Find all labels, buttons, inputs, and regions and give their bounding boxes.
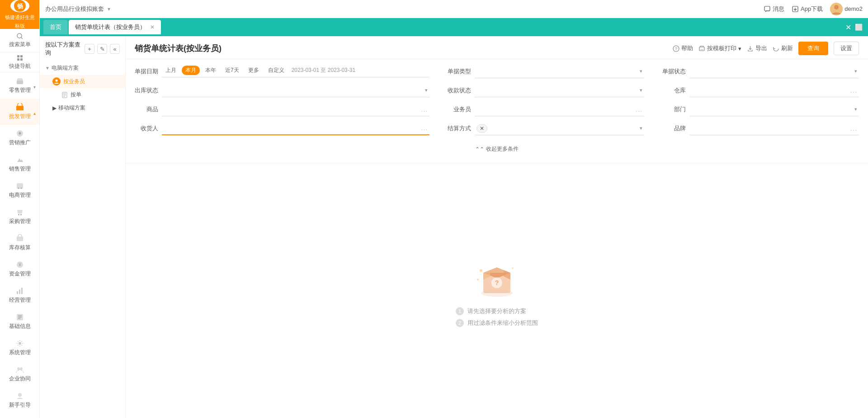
tree-item-by-salesperson-label: 按业务员 — [63, 78, 85, 86]
sidebar-item-purchase[interactable]: 采购管理 — [0, 204, 39, 230]
sidebar-item-inventory[interactable]: 库存核算 — [0, 230, 39, 256]
sidebar-item-basic-label: 基础信息 — [9, 323, 31, 330]
tab-home[interactable]: 首页 — [43, 20, 68, 34]
export-btn[interactable]: 导出 — [747, 44, 767, 52]
out-status-control[interactable]: ▾ — [162, 84, 429, 97]
tree-group-mobile-header[interactable]: ▶ 移动端方案 — [40, 101, 125, 114]
filter-row-3: 商品 … 业务员 … 部门 — [135, 103, 859, 116]
goods-dots[interactable]: … — [420, 105, 428, 114]
tab-sales-stats-label: 销货单统计表（按业务员） — [75, 23, 146, 31]
quick-nav[interactable]: 快捷导航 — [0, 52, 39, 72]
receipt-status-label: 收款状态 — [448, 86, 471, 95]
brand-dots[interactable]: … — [850, 124, 857, 133]
tree-group-desktop-header[interactable]: ▼ 电脑端方案 — [40, 62, 125, 75]
topbar-dropdown-icon[interactable]: ▾ — [108, 6, 110, 12]
sidebar-item-purchase-label: 采购管理 — [9, 218, 31, 225]
doc-type-control[interactable]: ▾ — [475, 65, 644, 78]
filter-salesperson: 业务员 … — [448, 103, 644, 116]
quick-nav-label: 快捷导航 — [9, 62, 31, 70]
date-tab-this-month[interactable]: 本月 — [182, 66, 200, 75]
dept-label: 部门 — [662, 105, 686, 114]
date-tab-last-month[interactable]: 上月 — [162, 66, 180, 75]
filter-consignee: 收货人 … — [135, 122, 429, 135]
sidebar-item-ecommerce[interactable]: 电商管理 — [0, 177, 39, 204]
sidebar-item-marketing[interactable]: 营销推广 — [0, 125, 39, 151]
tabbar: 首页 销货单统计表（按业务员） ✕ ✕ ⬜ — [40, 18, 868, 36]
svg-point-55 — [512, 267, 514, 269]
date-range-text: 2023-03-01 至 2023-03-31 — [292, 66, 355, 74]
empty-hint-1: 1 请先选择要分析的方案 — [456, 307, 538, 315]
date-tab-this-year[interactable]: 本年 — [202, 66, 220, 75]
close-window-icon[interactable]: ✕ — [845, 23, 851, 32]
goods-control[interactable]: … — [162, 103, 429, 116]
sidebar-item-system[interactable]: 系统管理 — [0, 335, 39, 361]
app-sub-label: 标版 — [15, 23, 25, 29]
left-panel: 按以下方案查询 + ✎ « ▼ 电脑端方案 — [40, 36, 126, 418]
sidebar-item-operations[interactable]: 经营管理 — [0, 282, 39, 309]
add-scheme-btn[interactable]: + — [85, 44, 94, 54]
tab-sales-stats[interactable]: 销货单统计表（按业务员） ✕ — [69, 20, 161, 34]
sidebar-item-retail-label: 零售管理 — [9, 86, 31, 94]
warehouse-control[interactable]: … — [689, 84, 859, 97]
sidebar-item-apps[interactable]: 应用中心 — [0, 413, 39, 418]
salesperson-dots[interactable]: … — [635, 105, 642, 114]
sidebar-item-finance[interactable]: ¥ 资金管理 — [0, 256, 39, 282]
dept-control[interactable]: ▾ — [689, 103, 859, 116]
sidebar-item-marketing-label: 营销推广 — [9, 139, 31, 147]
sidebar-item-retail[interactable]: 零售管理 ▾ — [0, 72, 39, 99]
filter-brand: 品牌 … — [662, 122, 859, 135]
brand-control[interactable]: … — [689, 122, 859, 135]
empty-state: ? 1 请先选择要分析的方案 2 用过滤条件来缩小分析范围 — [126, 163, 868, 418]
receipt-status-arrow: ▾ — [640, 87, 642, 93]
template-print-btn[interactable]: 按模板打印 ▾ — [698, 44, 741, 52]
svg-point-29 — [18, 393, 22, 397]
svg-rect-8 — [17, 81, 23, 84]
tree-item-by-order[interactable]: 按单 — [40, 88, 125, 101]
tab-close-icon[interactable]: ✕ — [150, 24, 155, 30]
collapse-panel-btn[interactable]: « — [110, 44, 120, 54]
template-print-arrow[interactable]: ▾ — [738, 45, 741, 52]
query-btn[interactable]: 查询 — [798, 42, 828, 55]
sidebar-item-enterprise[interactable]: 企业协同 — [0, 361, 39, 387]
settlement-tag-close[interactable]: ✕ — [480, 125, 484, 132]
edit-scheme-btn[interactable]: ✎ — [97, 44, 107, 54]
search-label: 搜索菜单 — [9, 41, 31, 48]
search-menu[interactable]: 搜索菜单 — [0, 29, 39, 52]
settlement-control[interactable]: ✕ ▾ — [475, 122, 644, 135]
filter-goods: 商品 … — [135, 103, 429, 116]
date-tab-more[interactable]: 更多 — [245, 66, 263, 75]
settings-btn[interactable]: 设置 — [834, 42, 859, 55]
sidebar-item-newbie[interactable]: 新手引导 — [0, 387, 39, 413]
svg-rect-7 — [20, 58, 23, 61]
sidebar-item-sales[interactable]: 销售管理 — [0, 151, 39, 177]
svg-point-26 — [19, 342, 21, 345]
sidebar-item-basic[interactable]: 基础信息 — [0, 309, 39, 335]
filter-out-status: 出库状态 ▾ — [135, 84, 429, 97]
warehouse-dots[interactable]: … — [850, 86, 857, 95]
user-profile[interactable]: demo2 — [830, 3, 863, 15]
consignee-control[interactable]: … — [162, 122, 429, 135]
date-tab-7-days[interactable]: 近7天 — [222, 66, 243, 75]
app-download-btn[interactable]: App下载 — [792, 5, 823, 13]
collapse-btn[interactable]: ⌃⌃ 收起更多条件 — [475, 142, 519, 156]
doc-status-control[interactable]: ▾ — [689, 65, 859, 78]
tree-item-by-order-label: 按单 — [71, 91, 81, 99]
collapse-icon: « — [113, 46, 116, 52]
salesperson-control[interactable]: … — [475, 103, 644, 116]
message-btn[interactable]: 消息 — [764, 5, 784, 13]
filter-warehouse: 仓库 … — [662, 84, 859, 97]
sidebar-item-wholesale[interactable]: 批发管理 ▴ — [0, 99, 39, 125]
help-btn[interactable]: ? 帮助 — [673, 44, 693, 52]
maximize-window-icon[interactable]: ⬜ — [855, 24, 863, 31]
date-label: 单据日期 — [135, 67, 158, 76]
filter-area: 单据日期 上月 本月 本年 近7天 更多 自定义 2023-03-01 至 20… — [126, 59, 868, 163]
svg-point-12 — [18, 188, 19, 189]
svg-point-54 — [480, 269, 482, 272]
date-tab-custom[interactable]: 自定义 — [264, 66, 288, 75]
tree-item-by-salesperson[interactable]: 按业务员 — [40, 75, 125, 88]
refresh-btn[interactable]: 刷新 — [773, 44, 793, 52]
filter-receipt-status: 收款状态 ▾ — [448, 84, 644, 97]
receipt-status-control[interactable]: ▾ — [475, 84, 644, 97]
hint-num-2: 2 — [456, 319, 464, 327]
consignee-dots[interactable]: … — [420, 124, 428, 132]
